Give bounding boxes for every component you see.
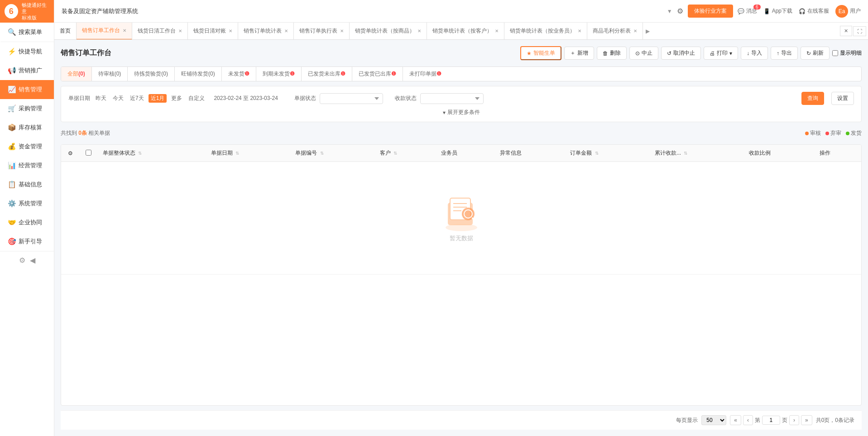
- smart-order-button[interactable]: ★ 智能生单: [520, 46, 561, 60]
- online-service-action[interactable]: 🎧 在线客服: [799, 7, 829, 15]
- status-filter: 单据状态: [294, 93, 383, 104]
- tab-maximize-button[interactable]: ⛶: [853, 26, 866, 36]
- tab-cash-reconcile[interactable]: 钱货日清对账 ✕: [188, 23, 238, 40]
- query-button[interactable]: 查询: [801, 92, 824, 105]
- stop-button[interactable]: ⊙ 中止: [629, 47, 658, 60]
- tab-home[interactable]: 首页: [54, 23, 77, 40]
- filter-tab-wangpu[interactable]: 旺铺待发货(0): [175, 67, 222, 81]
- filter-tab-not-printed[interactable]: 未打印单据❶: [403, 67, 448, 81]
- sidebar-item-purchase[interactable]: 🛒 采购管理: [0, 99, 54, 118]
- sidebar-item-basic-info[interactable]: 📋 基础信息: [0, 175, 54, 194]
- tab-close-all-button[interactable]: ✕: [840, 26, 852, 36]
- col-check[interactable]: [79, 145, 97, 162]
- date-opt-today[interactable]: 今天: [111, 94, 125, 103]
- status-select[interactable]: [320, 93, 383, 104]
- sidebar-item-finance[interactable]: 💰 资金管理: [0, 137, 54, 156]
- tab-sales-stats-product[interactable]: 销货单统计表（按商品） ✕: [350, 23, 427, 40]
- topbar-gear-icon[interactable]: ⚙: [677, 7, 683, 15]
- filter-tab-overdue[interactable]: 到期未发货❶: [256, 67, 302, 81]
- sort-icon[interactable]: ⇅: [393, 151, 397, 156]
- sidebar-item-enterprise[interactable]: 🤝 企业协同: [0, 213, 54, 232]
- print-dropdown-icon: ▾: [729, 50, 732, 57]
- cancel-stop-button[interactable]: ↺ 取消中止: [661, 47, 701, 60]
- sidebar-item-inventory[interactable]: 📦 库存核算: [0, 118, 54, 137]
- sort-icon[interactable]: ⇅: [595, 151, 599, 156]
- payment-filter: 收款状态: [395, 93, 484, 104]
- sidebar-item-operation[interactable]: 📊 经营管理: [0, 156, 54, 175]
- date-opt-1month[interactable]: 近1月: [149, 94, 167, 103]
- add-button[interactable]: ＋ 新增: [564, 47, 594, 60]
- filter-tab-all[interactable]: 全部(0): [61, 67, 92, 81]
- sort-icon[interactable]: ⇅: [684, 151, 687, 156]
- tab-sales-order-stats[interactable]: 销售订单统计表 ✕: [238, 23, 294, 40]
- show-detail-checkbox[interactable]: [832, 50, 838, 56]
- sidebar-item-system[interactable]: ⚙️ 系统管理: [0, 194, 54, 213]
- tab-cash-daily[interactable]: 钱货日清工作台 ✕: [132, 23, 188, 40]
- ship-link[interactable]: 发货: [846, 129, 862, 137]
- tab-sales-stats-employee[interactable]: 销货单统计表（按业务员） ✕: [504, 23, 587, 40]
- expand-conditions-button[interactable]: ▾ 展开更多条件: [443, 109, 480, 116]
- col-setting[interactable]: ⚙: [61, 145, 79, 162]
- sidebar-item-quick-nav[interactable]: ⚡ 快捷导航: [0, 42, 54, 61]
- tab-sales-order-workbench[interactable]: 销售订单工作台 ✕: [77, 23, 132, 40]
- sort-icon[interactable]: ⇅: [138, 151, 142, 156]
- tab-scroll-right[interactable]: ▶: [643, 28, 652, 34]
- prev-page-button[interactable]: ‹: [743, 415, 753, 425]
- stop-icon: ⊙: [635, 50, 640, 57]
- tab-product-margin[interactable]: 商品毛利分析表 ✕: [587, 23, 643, 40]
- tab-close-icon[interactable]: ✕: [178, 28, 182, 33]
- sort-icon[interactable]: ⇅: [235, 151, 239, 156]
- filter-tab-shipped-out[interactable]: 已发货已出库❶: [352, 67, 403, 81]
- tab-close-icon[interactable]: ✕: [284, 28, 288, 33]
- reset-button[interactable]: 设置: [831, 92, 854, 105]
- settings-bottom-icon[interactable]: ⚙: [19, 256, 25, 265]
- show-detail-toggle[interactable]: 显示明细: [832, 49, 862, 57]
- filter-tab-shipped-not-out[interactable]: 已发货未出库❶: [302, 67, 352, 81]
- tab-close-icon[interactable]: ✕: [340, 28, 344, 33]
- date-opt-custom[interactable]: 自定义: [187, 94, 206, 103]
- filter-tab-pending-check[interactable]: 待拣货验货(0): [128, 67, 175, 81]
- filter-tab-not-shipped[interactable]: 未发货❶: [222, 67, 256, 81]
- tab-close-icon[interactable]: ✕: [417, 28, 421, 33]
- export-button[interactable]: ↑ 导出: [771, 47, 798, 60]
- app-download-action[interactable]: 📱 App下载: [763, 7, 792, 15]
- col-amount: 订单金额 ⇅: [565, 145, 649, 162]
- tab-sales-order-exec[interactable]: 销售订单执行表 ✕: [294, 23, 350, 40]
- collapse-icon[interactable]: ◀: [30, 256, 35, 265]
- sort-icon[interactable]: ⇅: [320, 151, 324, 156]
- print-button[interactable]: 🖨 打印 ▾: [704, 47, 738, 60]
- sidebar-item-search[interactable]: 🔍 搜索菜单: [0, 23, 54, 42]
- sidebar-item-sales[interactable]: 📈 销售管理: [0, 80, 54, 99]
- payment-select[interactable]: [420, 93, 484, 104]
- tab-sales-stats-customer[interactable]: 销货单统计表（按客户） ✕: [427, 23, 504, 40]
- select-all-checkbox[interactable]: [86, 150, 91, 156]
- delete-button[interactable]: 🗑 删除: [597, 47, 627, 60]
- page-size-select[interactable]: 50 20 100: [701, 415, 726, 425]
- tab-close-icon[interactable]: ✕: [578, 28, 581, 33]
- dropdown-arrow-icon[interactable]: ▼: [667, 8, 672, 14]
- logo-icon: 6: [5, 4, 18, 19]
- import-button[interactable]: ↓ 导入: [741, 47, 768, 60]
- page-size-label: 每页显示: [676, 417, 698, 424]
- refresh-button[interactable]: ↻ 刷新: [801, 47, 830, 60]
- user-action[interactable]: Ea 用户: [835, 5, 861, 18]
- next-page-button[interactable]: ›: [789, 415, 799, 425]
- date-opt-yesterday[interactable]: 昨天: [94, 94, 108, 103]
- date-opt-more[interactable]: 更多: [169, 94, 184, 103]
- page-number-input[interactable]: [762, 416, 780, 425]
- sidebar-item-marketing[interactable]: 📢 营销推广: [0, 61, 54, 80]
- date-opt-7days[interactable]: 近7天: [128, 94, 146, 103]
- cart-icon: 🛒: [8, 104, 16, 113]
- cancel-review-link[interactable]: 弃审: [825, 129, 841, 137]
- review-link[interactable]: 审核: [805, 129, 821, 137]
- tab-close-icon[interactable]: ✕: [495, 28, 499, 33]
- first-page-button[interactable]: «: [730, 415, 741, 425]
- tab-close-icon[interactable]: ✕: [229, 28, 232, 33]
- message-action[interactable]: 💬 消息 6: [738, 7, 757, 15]
- sidebar-item-guide[interactable]: 🎯 新手引导: [0, 232, 54, 251]
- industry-solution-button[interactable]: 体验行业方案: [688, 5, 733, 18]
- last-page-button[interactable]: »: [801, 415, 812, 425]
- filter-tab-pending-review[interactable]: 待审核(0): [92, 67, 128, 81]
- tab-close-icon[interactable]: ✕: [123, 28, 126, 33]
- tab-close-icon[interactable]: ✕: [633, 28, 637, 33]
